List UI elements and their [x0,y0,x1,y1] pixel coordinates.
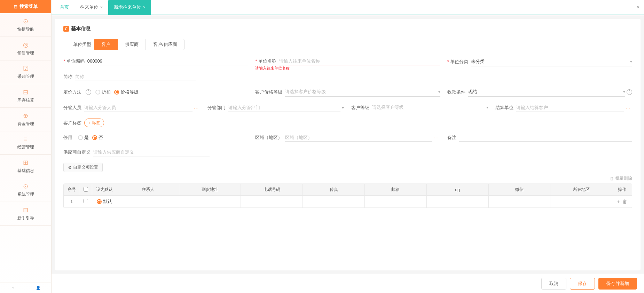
sidebar-user-btn[interactable]: 👤 [26,283,52,293]
region-more-btn[interactable]: ··· [432,135,440,140]
remark-input[interactable] [459,133,632,142]
sidebar-item-quick-nav[interactable]: ⊙ 快捷导航 [0,13,51,37]
department-input[interactable] [228,104,341,112]
sidebar-item-finance[interactable]: ⊕ 资金管理 [0,108,51,131]
unit-name-input[interactable] [279,57,440,65]
payment-terms-help-icon[interactable]: ? [627,89,632,95]
radio-discount[interactable]: 折扣 [95,89,111,95]
radio-price-level-circle [114,90,119,95]
chevron-down-icon: ▾ [438,90,440,94]
customer-level-select[interactable]: 请选择客户等级 ▾ [372,103,488,112]
cell-qq[interactable] [426,196,488,208]
tab-new-partner-close[interactable]: × [143,5,146,10]
radio-no[interactable]: 否 [92,135,103,141]
delete-row-btn[interactable]: 🗑 [622,199,628,204]
phone-input[interactable] [244,199,299,204]
table-header-bar: 🗑 批量删除 [63,176,632,181]
main-content: 首页 往来单位 × 新增往来单位 × × F 基本信息 单位类型 客户 供应商 … [52,0,644,293]
select-all-checkbox[interactable] [84,187,88,192]
btn-customer[interactable]: 客户 [94,39,118,50]
tab-new-partner[interactable]: 新增往来单位 × [108,0,151,15]
region-input[interactable] [285,133,432,142]
department-label: 分管部门 [207,105,226,111]
quick-nav-icon: ⊙ [23,17,28,25]
unit-code-field: 单位编码 [63,57,248,65]
btn-both[interactable]: 客户/供应商 [146,39,184,50]
cell-fax[interactable] [303,196,365,208]
location-input[interactable] [554,199,608,204]
radio-no-circle [92,135,97,140]
add-tag-btn[interactable]: + 标签 [84,119,104,127]
custom-settings-btn[interactable]: ⚙ 自定义项设置 [63,163,103,172]
tab-home-label: 首页 [60,4,69,10]
unit-category-select[interactable]: 未分类 ▾ [471,57,632,66]
cell-checkbox[interactable] [80,196,92,208]
payment-terms-select[interactable]: 现结 ▾ [468,87,625,97]
short-name-input[interactable] [75,73,196,81]
sidebar-item-guide[interactable]: ⊟ 新手引导 [0,202,51,226]
sidebar-item-basic-info[interactable]: ⊞ 基础信息 [0,155,51,178]
save-button[interactable]: 保存 [570,278,595,290]
cell-wechat[interactable] [488,196,550,208]
sidebar-home-btn[interactable]: ⌂ [0,283,26,293]
radio-yes-circle [78,135,83,140]
cell-location[interactable] [550,196,612,208]
section-title-text: 基本信息 [71,26,91,32]
sidebar-item-purchase[interactable]: ☑ 采购管理 [0,60,51,84]
manager-more-btn[interactable]: ··· [193,105,201,111]
supplier-custom-label: 供应商自定义 [63,149,91,155]
tab-home[interactable]: 首页 [54,0,74,15]
cancel-button[interactable]: 取消 [541,278,566,290]
tabbar-close-btn[interactable]: × [637,4,640,10]
batch-delete-label: 批量删除 [615,176,632,181]
cell-email[interactable] [365,196,427,208]
customer-price-level-select[interactable]: 请选择客户价格等级 ▾ [285,87,440,97]
form-row-2: 简称 [63,73,632,81]
btn-supplier[interactable]: 供应商 [118,39,146,50]
email-input[interactable] [368,199,423,204]
inventory-icon: ⊟ [23,88,28,96]
add-tag-icon: + [88,121,91,125]
cell-contact[interactable] [117,196,179,208]
address-input[interactable] [183,199,237,204]
sidebar-item-system[interactable]: ⊙ 系统管理 [0,178,51,202]
search-menu-label: 搜索菜单 [19,3,38,10]
wechat-input[interactable] [492,199,547,204]
manager-input[interactable] [84,104,193,112]
form-row-4: 分管人员 ··· 分管部门 ▾ 客户等级 请选择客户等级 ▾ 结算单位 ··· [63,103,632,112]
radio-yes[interactable]: 是 [78,135,89,141]
search-menu-btn[interactable]: ⊟ 搜索菜单 [0,0,51,13]
contact-table: 序号 设为默认 联系人 到货地址 电话号码 传真 邮箱 qq 微信 所在地区 操… [64,184,632,208]
sidebar-item-operations[interactable]: ≡ 经营管理 [0,131,51,155]
settlement-unit-input[interactable] [516,104,625,112]
cell-phone[interactable] [241,196,303,208]
customer-price-level-label: 客户价格等级 [255,89,282,95]
radio-price-level[interactable]: 价格等级 [114,89,139,95]
radio-default-row[interactable]: 默认 [96,198,113,205]
qq-input[interactable] [430,199,485,204]
radio-discount-circle [95,90,100,95]
sidebar-item-inventory[interactable]: ⊟ 库存核算 [0,84,51,108]
cell-default[interactable]: 默认 [92,196,117,208]
unit-category-field: 单位分类 未分类 ▾ [447,57,632,66]
department-chevron-icon: ▾ [342,105,344,110]
batch-delete-btn[interactable]: 🗑 批量删除 [610,176,632,181]
save-new-button[interactable]: 保存并新增 [598,278,637,290]
form-row-1: 单位编码 单位名称 请输入往来单位名称 单位分类 未分类 ▾ [63,57,632,66]
add-row-btn[interactable]: + [616,199,620,204]
fax-input[interactable] [306,199,361,204]
settlement-unit-more-btn[interactable]: ··· [624,105,632,111]
pricing-method-help-icon[interactable]: ? [86,89,91,95]
row-checkbox[interactable] [84,199,88,203]
tab-partner-list-close[interactable]: × [100,5,103,10]
radio-default-circle [97,199,102,204]
home-icon: ⌂ [11,286,14,290]
tab-partner-list[interactable]: 往来单位 × [74,0,108,15]
radio-discount-label: 折扣 [102,89,111,95]
col-checkbox[interactable] [80,184,92,196]
unit-code-input[interactable] [87,57,249,65]
sidebar-item-sales[interactable]: ◎ 销售管理 [0,37,51,60]
cell-address[interactable] [179,196,241,208]
contact-input[interactable] [121,199,175,204]
supplier-custom-input[interactable] [93,148,210,156]
